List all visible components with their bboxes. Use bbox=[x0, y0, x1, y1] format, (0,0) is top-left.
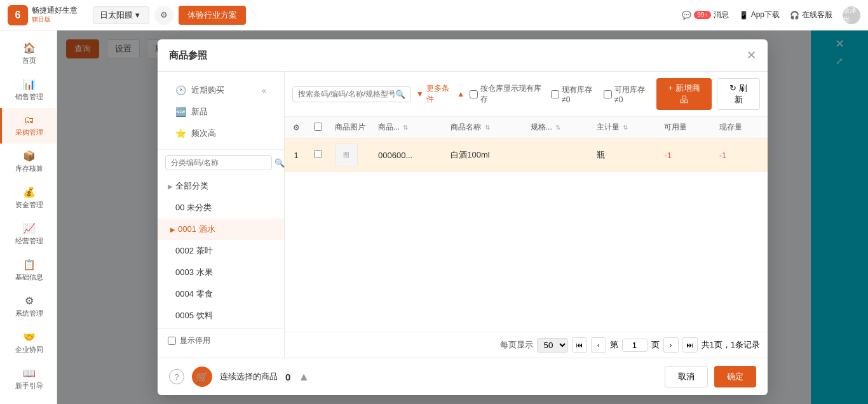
th-settings[interactable]: ⚙ bbox=[285, 117, 308, 138]
sort-code-icon: ⇅ bbox=[403, 124, 408, 131]
nav-selector[interactable]: 日太阳膜 ▾ bbox=[93, 6, 149, 24]
product-search-input[interactable] bbox=[298, 90, 395, 98]
show-disabled-checkbox[interactable] bbox=[168, 337, 176, 345]
app-download[interactable]: 📱 App下载 bbox=[739, 10, 780, 20]
th-unit[interactable]: 主计量 ⇅ bbox=[590, 117, 658, 138]
cat-snack[interactable]: 0004 零食 bbox=[158, 283, 284, 305]
table-row[interactable]: 1 图 000600... 白酒100ml 瓶 bbox=[285, 138, 768, 172]
collapse-button[interactable]: « bbox=[262, 86, 266, 95]
current-stock-checkbox-label[interactable]: 现有库存≠0 bbox=[551, 84, 599, 104]
confirm-button[interactable]: 确定 bbox=[714, 366, 756, 387]
main-layout: 🏠 首页 📊 销售管理 🗂 采购管理 📦 库存核算 💰 资金管理 📈 经营管理 … bbox=[0, 30, 868, 404]
next-page-button[interactable]: › bbox=[663, 337, 679, 353]
last-page-button[interactable]: ⏭ bbox=[682, 337, 698, 353]
cancel-button[interactable]: 取消 bbox=[665, 366, 708, 387]
warehouse-checkbox-label[interactable]: 按仓库显示现有库存 bbox=[470, 83, 546, 105]
sort-unit-icon: ⇅ bbox=[623, 124, 628, 131]
cart-button[interactable]: 🛒 bbox=[192, 367, 212, 387]
td-image: 图 bbox=[329, 138, 372, 172]
sidebar-item-home[interactable]: 🏠 首页 bbox=[0, 36, 57, 72]
navbar-right: 💬 99+ 消息 📱 App下载 🎧 在线客服 徐泽华 bbox=[682, 6, 860, 24]
sidebar-item-guide[interactable]: 📖 新手引导 bbox=[0, 361, 57, 397]
modal-footer: ? 🛒 连续选择的商品 0 ▲ 取消 确定 bbox=[158, 358, 768, 395]
gear-button[interactable]: ⚙ bbox=[154, 6, 173, 25]
cat-liquor[interactable]: ▶ 0001 酒水 bbox=[158, 219, 284, 240]
modal-body: 🕐 近期购买 « 🆕 新品 ⭐ 频次高 bbox=[158, 72, 768, 358]
sidebar-item-inventory[interactable]: 📦 库存核算 bbox=[0, 144, 57, 180]
guide-icon: 📖 bbox=[23, 367, 36, 379]
th-name[interactable]: 商品名称 ⇅ bbox=[444, 117, 524, 138]
avatar: 徐泽华 bbox=[843, 6, 860, 24]
sidebar-item-finance[interactable]: 💰 资金管理 bbox=[0, 180, 57, 216]
left-panel-top: 🕐 近期购买 « 🆕 新品 ⭐ 频次高 bbox=[158, 77, 284, 150]
nav-new[interactable]: 🆕 新品 bbox=[165, 101, 276, 123]
search-icon[interactable]: 🔍 bbox=[395, 90, 405, 99]
gear-icon: ⚙ bbox=[160, 10, 168, 20]
filter-button[interactable]: ▼ 更多条件 ▲ bbox=[416, 83, 465, 105]
collapse-cart-button[interactable]: ▲ bbox=[298, 370, 309, 384]
cta-button[interactable]: 体验行业方案 bbox=[179, 6, 246, 25]
cat-uncategorized[interactable]: 00 未分类 bbox=[158, 197, 284, 219]
headset-icon: 🎧 bbox=[790, 11, 799, 20]
category-search-row: 🔍 bbox=[158, 150, 284, 175]
online-service[interactable]: 🎧 在线客服 bbox=[790, 10, 832, 20]
sidebar-item-apps[interactable]: 📱 应用中心 bbox=[0, 397, 57, 404]
warehouse-checkbox[interactable] bbox=[470, 90, 478, 98]
sidebar-item-system[interactable]: ⚙ 系统管理 bbox=[0, 288, 57, 325]
basic-info-icon: 📋 bbox=[23, 259, 36, 271]
nav-recent[interactable]: 🕐 近期购买 « bbox=[165, 79, 276, 101]
show-disabled-row: 显示停用 bbox=[158, 328, 284, 353]
th-code[interactable]: 商品... ⇅ bbox=[372, 117, 444, 138]
prev-page-button[interactable]: ‹ bbox=[591, 337, 606, 353]
nav-frequent[interactable]: ⭐ 频次高 bbox=[165, 123, 276, 144]
cat-active-arrow: ▶ bbox=[170, 226, 175, 233]
per-page-label: 每页显示 bbox=[500, 339, 533, 351]
add-product-button[interactable]: + 新增商品 bbox=[656, 78, 712, 110]
sidebar-item-basic-info[interactable]: 📋 基础信息 bbox=[0, 252, 57, 288]
cart-count: 0 bbox=[285, 372, 290, 382]
modal-title: 商品参照 bbox=[169, 50, 207, 62]
per-page-select[interactable]: 50 bbox=[537, 338, 568, 353]
available-stock-checkbox-label[interactable]: 可用库存≠0 bbox=[604, 84, 651, 104]
filter-up-icon: ▲ bbox=[457, 90, 465, 98]
user-profile[interactable]: 徐泽华 bbox=[843, 6, 860, 24]
current-stock-checkbox[interactable] bbox=[551, 90, 559, 98]
sidebar-item-collab[interactable]: 🤝 企业协同 bbox=[0, 325, 57, 361]
th-stock: 现存量 bbox=[713, 117, 768, 138]
notifications[interactable]: 💬 99+ 消息 bbox=[682, 10, 728, 20]
page-input[interactable] bbox=[622, 339, 648, 352]
modal-close-button[interactable]: ✕ bbox=[747, 48, 756, 62]
first-page-button[interactable]: ⏮ bbox=[572, 337, 587, 353]
product-table: ⚙ 商品图片 商品... ⇅ 商品名称 bbox=[285, 117, 768, 172]
product-search-box: 🔍 bbox=[292, 86, 411, 102]
right-panel: 🔍 ▼ 更多条件 ▲ 按仓库显示现有库存 bbox=[285, 72, 768, 358]
category-search-icon[interactable]: 🔍 bbox=[275, 158, 285, 168]
notification-count: 99+ bbox=[694, 11, 710, 19]
td-stock: -1 bbox=[713, 138, 768, 172]
product-table-container: ⚙ 商品图片 商品... ⇅ 商品名称 bbox=[285, 117, 768, 332]
category-search-input[interactable] bbox=[165, 155, 272, 170]
select-all-checkbox[interactable] bbox=[314, 123, 322, 131]
app-logo: 6 畅捷通好生意 猪目版 bbox=[8, 5, 78, 25]
cat-all[interactable]: ▶ 全部分类 bbox=[158, 175, 284, 197]
footer-buttons: 取消 确定 bbox=[665, 366, 756, 387]
available-stock-checkbox[interactable] bbox=[604, 90, 612, 98]
td-num: 1 bbox=[285, 138, 308, 172]
sort-name-icon: ⇅ bbox=[485, 124, 490, 131]
sidebar-item-operations[interactable]: 📈 经营管理 bbox=[0, 216, 57, 252]
toolbar-right: + 新增商品 ↻ 刷新 bbox=[656, 78, 760, 110]
cat-fruit[interactable]: 0003 水果 bbox=[158, 262, 284, 283]
category-list: ▶ 全部分类 00 未分类 ▶ 0001 酒水 0002 茶叶 0 bbox=[158, 175, 284, 328]
help-button[interactable]: ? bbox=[169, 369, 184, 384]
cat-tea[interactable]: 0002 茶叶 bbox=[158, 240, 284, 262]
th-spec[interactable]: 规格... ⇅ bbox=[524, 117, 590, 138]
td-checkbox bbox=[308, 138, 329, 172]
mobile-icon: 📱 bbox=[739, 11, 749, 20]
cat-drinks[interactable]: 0005 饮料 bbox=[158, 305, 284, 327]
row-checkbox[interactable] bbox=[314, 150, 322, 158]
inventory-icon: 📦 bbox=[23, 150, 36, 162]
sidebar-item-purchase[interactable]: 🗂 采购管理 bbox=[0, 108, 57, 144]
refresh-button[interactable]: ↻ 刷新 bbox=[717, 78, 760, 110]
sidebar-item-sales[interactable]: 📊 销售管理 bbox=[0, 72, 57, 108]
brand-name: 畅捷通好生意 bbox=[32, 6, 78, 16]
